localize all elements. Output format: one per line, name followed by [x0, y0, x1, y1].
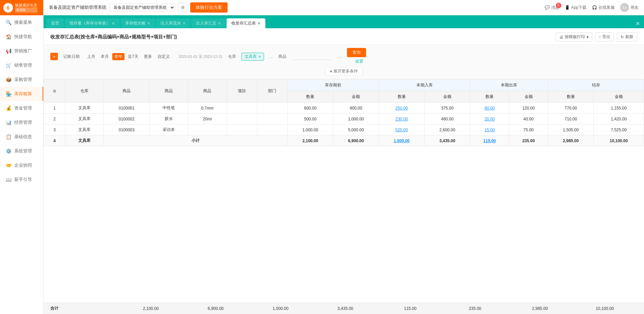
sidebar-item-purchase[interactable]: 📦 采购管理 — [0, 72, 43, 87]
warehouse-tag-close-button[interactable]: ✕ — [258, 55, 261, 59]
cell-out-amt: 120.00 — [509, 103, 548, 114]
sidebar-item-collab[interactable]: 🤝 企业协同 — [0, 158, 43, 172]
tab-close-batch-account[interactable]: ✕ — [147, 21, 150, 26]
cell-project — [227, 125, 257, 135]
app-download-button[interactable]: 📱 App下载 — [565, 5, 587, 11]
tab-close-collect-summary[interactable]: ✕ — [257, 21, 261, 26]
warehouse-tag: 文具库 ✕ — [242, 53, 264, 61]
book-icon: 📖 — [5, 177, 12, 182]
cell-seq: 1 — [44, 103, 65, 114]
close-all-tabs-button[interactable]: ✕ — [634, 19, 641, 28]
logo-text: 畅捷通好生意 — [15, 3, 37, 7]
system-select[interactable]: 装备及固定资产辅助管理系统 — [109, 3, 175, 12]
footer-in-amt: 3,435.00 — [313, 306, 378, 311]
footer-summary: 合计 2,100.00 6,900.00 1,000.00 3,435.00 1… — [44, 302, 644, 314]
col-group-out: 本期出库 — [470, 80, 548, 91]
sidebar-tag: 标准版 — [15, 7, 37, 13]
tab-in-out-summary[interactable]: 出入库汇总 ✕ — [191, 18, 226, 28]
sidebar-item-quick-nav[interactable]: 🏠 快捷导航 — [0, 30, 43, 44]
cell-out-qty[interactable]: 15.00 — [470, 125, 509, 135]
cell-opening-amt: 5,000.00 — [333, 125, 379, 135]
export-button[interactable]: ↑ 导出 — [595, 32, 614, 42]
shortcut-this-year[interactable]: 本年 — [112, 53, 125, 60]
tab-in-out-flow[interactable]: 出入库流水 ✕ — [156, 18, 191, 28]
sidebar-item-system[interactable]: ⚙️ 系统管理 — [0, 144, 43, 158]
shortcut-last-month[interactable]: 上月 — [85, 53, 97, 60]
system-title: 装备及固定资产辅助管理系统 — [49, 4, 106, 11]
settings-gear-button[interactable]: ⚙ — [178, 3, 187, 12]
sidebar-logo: 6 畅捷通好生意 标准版 — [0, 0, 43, 15]
subtotal-label: 小计 — [104, 135, 287, 146]
shortcut-7days[interactable]: 近7天 — [126, 53, 141, 60]
tab-home[interactable]: 首页 — [46, 18, 64, 28]
sidebar-item-finance[interactable]: 💰 资金管理 — [0, 101, 43, 115]
cell-balance-amt: 1,155.00 — [594, 103, 644, 114]
table-wrapper: ⚙ 仓库 商品 商品 商品 项目 部门 库存期初 本期入库 本期出库 结存 — [44, 79, 644, 167]
cell-spec: 20ml — [188, 114, 227, 125]
handshake-icon: 🤝 — [5, 163, 12, 168]
shortcut-this-month[interactable]: 本月 — [99, 53, 111, 60]
date-label: 记账日期 — [63, 54, 80, 60]
subtotal-seq: 4 — [44, 135, 65, 146]
cell-out-qty[interactable]: 20.00 — [470, 114, 509, 125]
warehouse-filter-more[interactable]: ... — [269, 54, 273, 59]
cell-out-qty[interactable]: 80.00 — [470, 103, 509, 114]
col-spec: 商品 — [188, 80, 227, 103]
page-title: 收发存汇总表(按仓库+商品编码+商品+规格型号+项目+部门) — [50, 34, 177, 40]
footer-balance-amt: 10,100.00 — [572, 306, 637, 311]
goods-filter-input[interactable] — [292, 53, 333, 60]
col-in-amt: 金额 — [425, 91, 470, 103]
sidebar-item-marketing[interactable]: 📢 营销推广 — [0, 44, 43, 58]
sidebar-item-inventory[interactable]: 🏪 库存核算 — [0, 87, 43, 101]
refresh-icon: ↻ — [621, 35, 624, 39]
settings-button[interactable]: 设置 — [352, 58, 366, 65]
subtotal-in-qty: 1,000.00 — [379, 135, 424, 146]
experience-button[interactable]: 体验行业方案 — [190, 2, 228, 13]
cell-project — [227, 103, 257, 114]
cell-in-qty[interactable]: 230.00 — [379, 114, 424, 125]
cell-warehouse: 文具库 — [65, 125, 104, 135]
avatar: Ea — [620, 3, 629, 12]
tab-batch-account[interactable]: 库存批次账 ✕ — [120, 18, 155, 28]
col-settings[interactable]: ⚙ — [44, 80, 65, 103]
tab-collect-summary[interactable]: 收发存汇总表 ✕ — [227, 18, 265, 28]
col-in-qty: 数量 — [379, 91, 424, 103]
cell-code: 0100002 — [104, 114, 149, 125]
store-icon: 🏪 — [5, 91, 12, 97]
refresh-button[interactable]: ↻ 刷新 — [617, 32, 637, 42]
footer-in-qty: 1,000.00 — [248, 306, 313, 311]
cell-opening-qty: 500.00 — [287, 114, 333, 125]
cell-in-qty[interactable]: 520.00 — [379, 125, 424, 135]
tab-bar: 首页 现存量（库存分布表） ✕ 库存批次账 ✕ 出入库流水 ✕ 出入库汇总 ✕ … — [44, 15, 644, 28]
cell-spec — [188, 125, 227, 135]
footer-opening-qty: 2,100.00 — [118, 306, 183, 311]
message-button[interactable]: 💬 消息 6 — [545, 5, 559, 11]
filter-expand-button[interactable]: » — [50, 53, 58, 60]
print-button[interactable]: 🖨 按模板打印 ▾ — [556, 32, 592, 42]
query-button[interactable]: 查询 — [347, 48, 366, 57]
sidebar-item-basic[interactable]: 📋 基础信息 — [0, 130, 43, 144]
goods-filter-more[interactable]: ... — [338, 54, 342, 59]
table-row: 1 文具库 0100001 中性笔 0.7mm 600.00 900.00 25… — [44, 103, 644, 114]
col-out-amt: 金额 — [509, 91, 548, 103]
sidebar-item-operations[interactable]: 📊 经营管理 — [0, 115, 43, 130]
shortcut-more[interactable]: 更多 — [142, 53, 154, 60]
col-balance-qty: 数量 — [548, 91, 594, 103]
cell-in-qty[interactable]: 250.00 — [379, 103, 424, 114]
user-menu[interactable]: Ea 用友 — [620, 3, 639, 12]
tab-inventory-dist[interactable]: 现存量（库存分布表） ✕ — [65, 18, 120, 28]
tab-close-in-out-flow[interactable]: ✕ — [182, 21, 186, 26]
cell-warehouse: 文具库 — [65, 103, 104, 114]
tab-close-in-out-summary[interactable]: ✕ — [218, 21, 221, 26]
online-service-button[interactable]: 🎧 在线客服 — [592, 5, 615, 11]
shortcut-custom[interactable]: 自定义 — [155, 53, 172, 60]
cell-dept — [257, 103, 287, 114]
sidebar-item-guide[interactable]: 📖 新手引导 — [0, 172, 43, 187]
sidebar-item-sales[interactable]: 🛒 销售管理 — [0, 58, 43, 72]
sidebar-item-search[interactable]: 🔍 搜索菜单 — [0, 15, 43, 30]
expand-more-conditions-button[interactable]: ▾ 展开更多条件 — [326, 67, 362, 76]
cell-out-amt: 40.00 — [509, 114, 548, 125]
cell-opening-amt: 900.00 — [333, 103, 379, 114]
tab-close-inventory-dist[interactable]: ✕ — [112, 21, 115, 26]
megaphone-icon: 📢 — [5, 48, 12, 54]
